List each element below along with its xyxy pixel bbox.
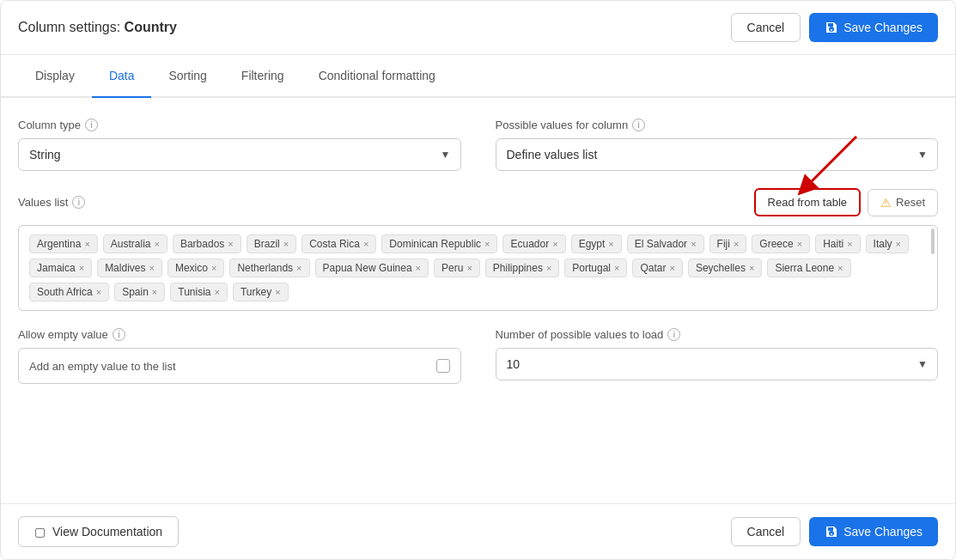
tag-remove-button[interactable]: × — [847, 239, 852, 249]
list-item: El Salvador × — [627, 234, 704, 253]
tag-remove-button[interactable]: × — [296, 263, 301, 273]
num-values-info-icon[interactable]: i — [667, 328, 680, 341]
list-item: Fiji × — [709, 234, 747, 253]
tag-remove-button[interactable]: × — [152, 287, 157, 297]
list-item: Ecuador × — [502, 234, 565, 253]
tag-remove-button[interactable]: × — [614, 263, 619, 273]
tag-remove-button[interactable]: × — [275, 287, 280, 297]
tag-remove-button[interactable]: × — [466, 263, 472, 273]
list-item: Jamaica × — [29, 259, 92, 277]
allow-empty-info-icon[interactable]: i — [113, 328, 125, 341]
title-prefix: Column settings: — [18, 20, 125, 34]
allow-empty-checkbox[interactable] — [436, 359, 450, 373]
tag-remove-button[interactable]: × — [546, 263, 551, 273]
possible-values-info-icon[interactable]: i — [632, 119, 645, 131]
list-item: Egypt × — [571, 234, 622, 253]
list-item: Turkey × — [233, 283, 289, 301]
allow-empty-text: Add an empty value to the list — [29, 360, 176, 373]
tag-remove-button[interactable]: × — [211, 263, 216, 273]
num-values-select[interactable]: 10 25 50 100 — [496, 348, 939, 380]
tab-filtering[interactable]: Filtering — [224, 55, 301, 98]
list-item: Philippines × — [485, 259, 559, 277]
tag-remove-button[interactable]: × — [797, 239, 802, 249]
values-list-actions: Read from table ⚠ Reset — [754, 188, 938, 216]
num-values-label: Number of possible values to load i — [496, 328, 939, 341]
tag-remove-button[interactable]: × — [837, 263, 843, 273]
possible-values-select[interactable]: Define values list Auto-detect Manual — [496, 138, 939, 171]
view-docs-label: View Documentation — [52, 525, 162, 539]
doc-icon: ▢ — [34, 525, 46, 539]
title-bold: Country — [125, 20, 177, 34]
column-type-group: Column type i String Number Boolean Date… — [18, 119, 461, 171]
page-wrapper: Column settings: Country Cancel Save Cha… — [0, 0, 956, 560]
list-item: Qatar × — [632, 259, 682, 277]
tag-remove-button[interactable]: × — [608, 239, 613, 249]
tag-remove-button[interactable]: × — [79, 263, 84, 273]
warning-icon: ⚠ — [880, 196, 892, 210]
footer: ▢ View Documentation Cancel Save Changes — [1, 503, 955, 559]
list-item: Papua New Guinea × — [315, 259, 429, 277]
column-type-select-wrapper: String Number Boolean Date ▼ — [18, 138, 461, 171]
tag-remove-button[interactable]: × — [749, 263, 754, 273]
tag-remove-button[interactable]: × — [669, 263, 674, 273]
allow-empty-row: Add an empty value to the list — [18, 348, 461, 384]
num-values-group: Number of possible values to load i 10 2… — [496, 328, 939, 384]
header-actions: Cancel Save Changes — [731, 13, 938, 42]
footer-cancel-button[interactable]: Cancel — [731, 517, 801, 546]
view-docs-button[interactable]: ▢ View Documentation — [18, 516, 179, 547]
column-type-info-icon[interactable]: i — [85, 119, 98, 131]
list-item: Italy × — [866, 234, 909, 253]
possible-values-group: Possible values for column i Define valu… — [496, 119, 939, 171]
possible-values-select-wrapper: Define values list Auto-detect Manual ▼ — [496, 138, 939, 171]
tabs: Display Data Sorting Filtering Condition… — [1, 55, 955, 98]
header-cancel-button[interactable]: Cancel — [731, 13, 801, 42]
list-item: Maldives × — [97, 259, 162, 277]
header-save-button[interactable]: Save Changes — [809, 13, 938, 42]
values-list-section: Values list i Read from table — [18, 188, 938, 311]
list-item: Portugal × — [564, 259, 627, 277]
list-item: Australia × — [103, 234, 167, 253]
allow-empty-group: Allow empty value i Add an empty value t… — [18, 328, 461, 384]
tag-remove-button[interactable]: × — [734, 239, 739, 249]
list-item: Spain × — [114, 283, 165, 301]
list-item: Peru × — [434, 259, 480, 277]
tab-conditional-formatting[interactable]: Conditional formatting — [301, 55, 453, 98]
read-from-table-button[interactable]: Read from table — [754, 188, 862, 216]
allow-empty-label: Allow empty value i — [18, 328, 461, 341]
reset-label: Reset — [896, 196, 925, 209]
save-icon — [825, 21, 838, 34]
list-item: Greece × — [752, 234, 810, 253]
footer-save-icon — [825, 525, 838, 539]
header: Column settings: Country Cancel Save Cha… — [1, 1, 955, 55]
tag-remove-button[interactable]: × — [552, 239, 557, 249]
tag-remove-button[interactable]: × — [149, 263, 154, 273]
tag-remove-button[interactable]: × — [155, 239, 160, 249]
tab-display[interactable]: Display — [18, 55, 92, 98]
tag-remove-button[interactable]: × — [283, 239, 289, 249]
list-item: Argentina × — [29, 234, 98, 253]
list-item: Dominican Republic × — [381, 234, 497, 253]
column-type-select[interactable]: String Number Boolean Date — [18, 138, 461, 171]
tag-remove-button[interactable]: × — [416, 263, 421, 273]
tab-sorting[interactable]: Sorting — [151, 55, 223, 98]
possible-values-label: Possible values for column i — [496, 119, 939, 131]
tab-data[interactable]: Data — [92, 55, 152, 98]
footer-save-button[interactable]: Save Changes — [809, 517, 938, 546]
tag-remove-button[interactable]: × — [896, 239, 901, 249]
list-item: Seychelles × — [688, 259, 762, 277]
tag-remove-button[interactable]: × — [691, 239, 696, 249]
values-list-header: Values list i Read from table — [18, 188, 938, 216]
values-list-info-icon[interactable]: i — [72, 196, 85, 209]
tag-remove-button[interactable]: × — [363, 239, 368, 249]
tag-remove-button[interactable]: × — [228, 239, 233, 249]
list-item: Mexico × — [167, 259, 224, 277]
tag-remove-button[interactable]: × — [215, 287, 220, 297]
reset-button[interactable]: ⚠ Reset — [868, 189, 938, 216]
tags-scrollbar — [931, 228, 935, 254]
list-item: Sierra Leone × — [767, 259, 850, 277]
tag-remove-button[interactable]: × — [484, 239, 490, 249]
list-item: Haiti × — [815, 234, 860, 253]
column-type-label: Column type i — [18, 119, 461, 131]
tag-remove-button[interactable]: × — [84, 239, 89, 249]
tag-remove-button[interactable]: × — [96, 287, 101, 297]
